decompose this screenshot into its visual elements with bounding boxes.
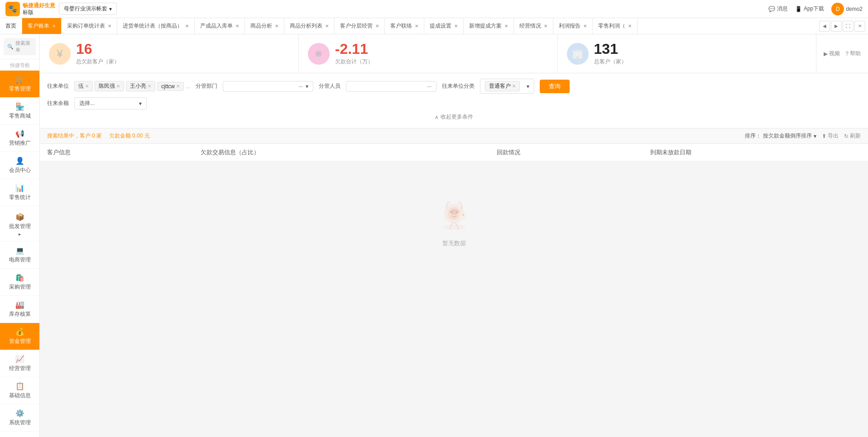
username: demo2: [846, 6, 863, 12]
tab-goods-analysis-close[interactable]: ✕: [275, 24, 278, 28]
tab-customer-account-close[interactable]: ✕: [52, 24, 56, 28]
sidebar-item-inventory[interactable]: 🏭 库存核算: [0, 296, 39, 323]
tab-close-all[interactable]: ✕: [854, 21, 865, 32]
tab-promotion-settings-close[interactable]: ✕: [454, 24, 458, 28]
tab-goods-analysis[interactable]: 商品分析 ✕: [245, 18, 284, 34]
sidebar-item-retail-stats[interactable]: 📊 零售统计: [0, 179, 39, 206]
collapse-label: 收起更多条件: [441, 113, 473, 121]
tab-purchase-stat[interactable]: 进货单统计表（按商品） ✕: [117, 18, 195, 34]
filter-tag-chen-close[interactable]: ✕: [116, 84, 120, 89]
tab-scroll-left[interactable]: ◀: [819, 21, 830, 32]
help-link[interactable]: ? 帮助: [845, 50, 861, 57]
sidebar-item-ecommerce-label: 电商管理: [9, 256, 31, 264]
message-button[interactable]: 💬 消息: [768, 5, 788, 13]
tab-purchase-order[interactable]: 采购订单统计表 ✕: [62, 18, 117, 34]
filter-tag-wang-close[interactable]: ✕: [148, 84, 151, 89]
store-selector[interactable]: 母婴行业演示帐套 ▾: [59, 3, 117, 15]
tab-business-status-close[interactable]: ✕: [544, 24, 547, 28]
tab-home[interactable]: 首页: [0, 18, 22, 34]
top-bar-right: 💬 消息 📱 App下载 D demo2: [768, 3, 863, 15]
sidebar-item-batch-mgmt[interactable]: 📦 批发管理 ▸: [0, 208, 39, 242]
dept-select[interactable]: ··· ▾: [223, 81, 313, 92]
balance-select[interactable]: 选择... ▾: [74, 97, 147, 109]
sidebar-search[interactable]: 🔍 搜索菜单: [0, 34, 39, 59]
tab-goods-analysis-list[interactable]: 商品分析列表 ✕: [284, 18, 335, 34]
col-debt-trade: 欠款交易信息（占比）: [193, 144, 489, 162]
tab-cost-in-close[interactable]: ✕: [235, 24, 239, 28]
filter-tag-cjttcw-close[interactable]: ✕: [176, 84, 180, 89]
logo-line2: 标版: [23, 9, 55, 15]
dept-more-icon: ···: [298, 83, 303, 90]
tab-retail-profit-close[interactable]: ✕: [628, 24, 632, 28]
sidebar-item-purchase[interactable]: 🛍️ 采购管理: [0, 269, 39, 296]
unit-class-tag-close[interactable]: ✕: [512, 84, 516, 89]
tab-profit-report-close[interactable]: ✕: [583, 24, 587, 28]
unit-class-select[interactable]: 普通客户 ✕ ▾: [480, 79, 534, 94]
sidebar-item-system[interactable]: ⚙️ 系统管理: [0, 404, 39, 432]
stats-panel-right: ▶ 视频 ? 帮助: [816, 34, 868, 73]
sidebar-item-member[interactable]: 👤 会员中心: [0, 152, 39, 179]
sort-select[interactable]: 排序： 按欠款金额倒序排序 ▾: [745, 132, 816, 140]
query-button[interactable]: 查询: [540, 80, 570, 93]
tab-promotion-settings[interactable]: 提成设置 ✕: [424, 18, 464, 34]
balance-filter-label: 往来余额: [47, 100, 69, 107]
search-box[interactable]: 🔍 搜索菜单: [4, 38, 36, 55]
sidebar-item-system-label: 系统管理: [9, 419, 31, 427]
sidebar-item-ecommerce[interactable]: 💻 电商管理: [0, 242, 39, 269]
sidebar-item-operations-label: 经营管理: [9, 365, 31, 372]
tab-goods-analysis-list-close[interactable]: ✕: [325, 24, 329, 28]
tab-profit-report[interactable]: 利润报告 ✕: [553, 18, 593, 34]
sidebar-item-retail-mgmt[interactable]: 🛒 零售管理: [0, 71, 39, 98]
stats-panel: ¥ 16 总欠款客户（家） ❋ -2.11 欠款合计（万）: [40, 34, 868, 73]
tab-business-status[interactable]: 经营情况 ✕: [514, 18, 553, 34]
capital-icon: 💰: [15, 328, 24, 336]
sidebar-item-operations[interactable]: 📈 经营管理: [0, 350, 39, 377]
tab-new-promotion[interactable]: 新增提成方案 ✕: [464, 18, 514, 34]
sidebar-item-retail-mall[interactable]: 🏪 零售商城: [0, 98, 39, 125]
tab-customer-segment-close[interactable]: ✕: [375, 24, 379, 28]
export-button[interactable]: ⬆ 导出: [822, 132, 839, 140]
tab-customer-link-close[interactable]: ✕: [415, 24, 418, 28]
video-icon: ▶: [824, 51, 828, 57]
tab-customer-account[interactable]: 客户账本 ✕: [22, 18, 62, 34]
dept-filter-label: 分管部门: [196, 82, 217, 90]
tab-maximize[interactable]: ⛶: [843, 21, 854, 32]
result-debt-unit: 元: [144, 133, 150, 139]
sidebar-item-basic-info-label: 基础信息: [9, 392, 31, 399]
user-menu[interactable]: D demo2: [831, 3, 863, 15]
logo-icon: 🐾: [5, 2, 20, 16]
tab-new-promotion-close[interactable]: ✕: [504, 24, 508, 28]
refresh-label: 刷新: [850, 132, 861, 140]
filter-tag-wu-text: 伍: [78, 82, 84, 90]
tab-scroll-right[interactable]: ▶: [831, 21, 842, 32]
person-select[interactable]: ···: [346, 81, 436, 92]
refresh-button[interactable]: ↻ 刷新: [844, 132, 861, 140]
collapse-button[interactable]: ∧ 收起更多条件: [47, 113, 861, 121]
unit-class-tag-text: 普通客户: [489, 82, 511, 90]
sidebar-item-enterprise-collab[interactable]: 🤝 企业协同: [0, 432, 39, 437]
sidebar-item-marketing[interactable]: 📢 营销推广: [0, 125, 39, 152]
filter-more-tags[interactable]: ...: [186, 83, 190, 90]
balance-chevron-icon: ▾: [139, 100, 142, 107]
filter-tag-chen: 陈民强 ✕: [95, 81, 124, 91]
sidebar-item-basic-info[interactable]: 📋 基础信息: [0, 377, 39, 404]
tab-cost-in[interactable]: 产成品入库单 ✕: [195, 18, 245, 34]
app-download-button[interactable]: 📱 App下载: [795, 5, 824, 13]
tab-customer-link-label: 客户联络: [390, 22, 412, 30]
tab-purchase-order-close[interactable]: ✕: [108, 24, 111, 28]
video-label: 视频: [829, 50, 840, 57]
result-debt-value: 0.00: [132, 133, 143, 139]
marketing-icon: 📢: [15, 129, 24, 138]
tab-customer-link[interactable]: 客户联络 ✕: [385, 18, 424, 34]
result-customer-unit: 家: [96, 133, 102, 139]
tab-purchase-stat-close[interactable]: ✕: [185, 24, 189, 28]
filter-tag-chen-text: 陈民强: [99, 82, 115, 90]
video-help-link[interactable]: ▶ 视频: [824, 50, 840, 57]
filter-tag-wu-close[interactable]: ✕: [85, 84, 89, 89]
tab-customer-segment[interactable]: 客户分层经营 ✕: [335, 18, 385, 34]
tab-retail-profit[interactable]: 零售利润（ ✕: [593, 18, 638, 34]
result-info: 搜索结果中，客户 0 家 欠款金额 0.00 元: [47, 132, 150, 140]
sidebar-item-capital[interactable]: 💰 资金管理: [0, 323, 39, 350]
person-more-icon: ···: [427, 83, 432, 90]
sidebar-nav-label[interactable]: 快捷导航: [0, 59, 39, 71]
